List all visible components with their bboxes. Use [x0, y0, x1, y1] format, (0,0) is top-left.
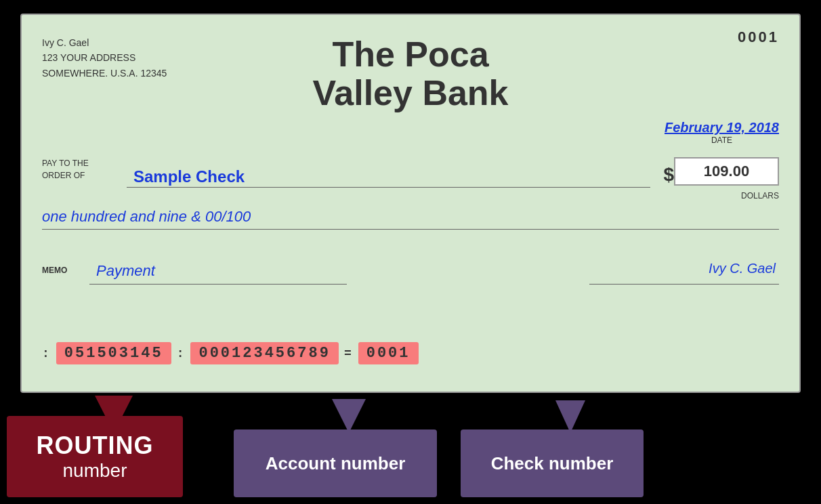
- address-line2: SOMEWHERE. U.S.A. 12345: [42, 66, 167, 81]
- memo-label: MEMO: [42, 266, 67, 275]
- check: 0001 Ivy C. Gael 123 YOUR ADDRESS SOMEWH…: [20, 14, 801, 393]
- address-name: Ivy C. Gael: [42, 35, 167, 50]
- bank-name: The Poca Valley Bank: [312, 35, 508, 112]
- pay-to-label: PAY TO THE ORDER OF: [42, 157, 89, 182]
- pay-to-value: Sample Check: [133, 167, 245, 186]
- bank-name-line1: The Poca: [312, 35, 508, 74]
- pay-to-label-line2: ORDER OF: [42, 169, 89, 182]
- micr-check-number: 0001: [358, 342, 419, 364]
- account-label-box: Account number: [234, 429, 437, 497]
- micr-routing-number: 051503145: [56, 342, 171, 364]
- date-value: February 19, 2018: [665, 120, 779, 135]
- address-block: Ivy C. Gael 123 YOUR ADDRESS SOMEWHERE. …: [42, 35, 167, 81]
- dollar-sign: $: [663, 164, 674, 186]
- date-area: February 19, 2018 DATE: [665, 120, 779, 145]
- date-label: DATE: [665, 135, 779, 145]
- bank-name-line2: Valley Bank: [312, 74, 508, 112]
- routing-title: ROUTING: [37, 432, 154, 460]
- check-number-label-box: Check number: [461, 429, 644, 497]
- routing-label-box: ROUTING number: [7, 416, 183, 497]
- micr-routing-close: :: [177, 347, 186, 360]
- dollars-label: DOLLARS: [741, 191, 779, 201]
- memo-value: Payment: [96, 262, 155, 280]
- amount-box: 109.00: [674, 157, 779, 186]
- routing-subtitle: number: [63, 460, 127, 482]
- written-amount: one hundred and nine & 00/100: [42, 208, 779, 230]
- signature-value: Ivy C. Gael: [709, 261, 776, 276]
- micr-line: : 051503145 : 000123456789 = 0001: [42, 342, 779, 364]
- pay-to-label-line1: PAY TO THE: [42, 157, 89, 169]
- micr-account-number: 000123456789: [190, 342, 338, 364]
- account-arrow-icon: [332, 399, 366, 433]
- check-number-display: 0001: [738, 28, 779, 46]
- bottom-section: ROUTING number Account number Check numb…: [0, 402, 821, 504]
- check-number-arrow-icon: [555, 400, 585, 433]
- micr-routing-open: :: [42, 347, 51, 360]
- address-line1: 123 YOUR ADDRESS: [42, 50, 167, 65]
- account-number-label: Account number: [266, 453, 406, 474]
- micr-account-separator: =: [344, 347, 353, 360]
- check-number-label: Check number: [491, 453, 614, 474]
